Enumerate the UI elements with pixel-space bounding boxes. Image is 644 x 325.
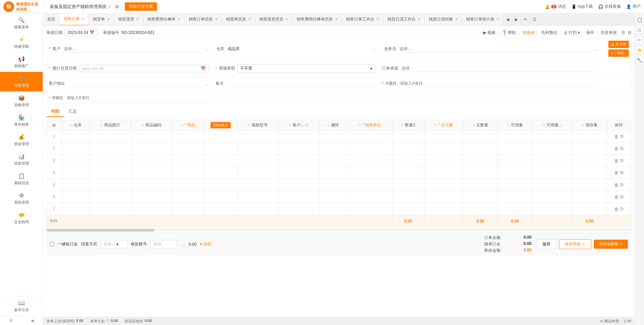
salesperson-input[interactable] (398, 45, 592, 52)
tab-sales-fee-close[interactable]: ✕ (178, 17, 180, 21)
row-copy-3[interactable]: ⧉ (620, 158, 623, 163)
notification-item[interactable]: 🔔 9 消息 (545, 4, 566, 9)
scrollbar-thumb[interactable] (47, 229, 154, 232)
add-button[interactable]: ● 添加 (200, 241, 212, 247)
remark-input[interactable] (226, 80, 376, 87)
scan-button[interactable]: 扫码录入 (211, 122, 231, 128)
a-project-input[interactable] (399, 80, 595, 87)
tab-order-workbench[interactable]: 销售订单工作台 ✕ (342, 13, 383, 26)
tab-return-history-close[interactable]: ✕ (286, 17, 288, 21)
account-dots[interactable]: … (181, 242, 185, 247)
system-dropdown-arrow[interactable]: ▾ (109, 5, 110, 8)
tab-sales-goods[interactable]: 销货单 ✕ (89, 13, 114, 26)
tab-menu-btn[interactable]: ☰ (530, 13, 539, 26)
operation-action[interactable]: 操作 (586, 30, 594, 36)
shortcut-action[interactable]: 快捷键 (523, 30, 535, 36)
right-icon-4[interactable]: ⭐ (636, 46, 643, 54)
tab-sales-history-close[interactable]: ✕ (215, 17, 218, 21)
right-icon-1[interactable]: 📋 (636, 16, 643, 24)
right-icon-2[interactable]: ⚖ (636, 26, 643, 34)
horizontal-scrollbar[interactable] (46, 229, 631, 231)
row-delete-5[interactable]: 🗑 (614, 182, 619, 188)
draft-button[interactable]: 保存草稿 ∨ (559, 239, 591, 249)
tab-next-btn[interactable]: ▶ (512, 13, 521, 26)
customer-dots[interactable]: … (205, 46, 210, 51)
tab-sales-history[interactable]: 销售订单历史 ✕ (185, 13, 222, 26)
sidebar-item-collab[interactable]: 🤝 企业协同 (0, 208, 43, 228)
tab-home[interactable]: 首页 (43, 13, 60, 26)
tab-order-workbench-close[interactable]: ✕ (376, 17, 379, 21)
tab-goods-history[interactable]: 销货单历史 ✕ (222, 13, 255, 26)
tab-order-stats[interactable]: 销售订单统计表 ✕ (462, 13, 503, 26)
sidebar-item-search[interactable]: 🔍 搜索菜单 (0, 13, 43, 33)
account-select[interactable]: 选择... (150, 240, 177, 248)
sidebar-item-sales[interactable]: 🛒 销售管理 (0, 72, 43, 91)
warehouse-dots[interactable]: … (373, 46, 377, 51)
invoice-select[interactable]: 不开票 ▾ (237, 64, 375, 73)
payment-method-select[interactable]: 选择... ▾ (101, 240, 127, 248)
solution-button[interactable]: 体验行业方案 (125, 2, 157, 11)
tab-daily-workbench-close[interactable]: ✕ (418, 17, 420, 21)
tab-fee-history-close[interactable]: ✕ (335, 17, 338, 21)
sidebar-item-purchase[interactable]: 📦 采购管理 (0, 91, 43, 111)
right-icon-3[interactable]: ✏ (636, 36, 643, 44)
right-icon-5[interactable]: 🔧 (636, 56, 643, 64)
sidebar-item-system[interactable]: ⚙ 系统管理 (0, 189, 43, 208)
tab-sales-goods-close[interactable]: ✕ (107, 17, 110, 21)
abandon-button[interactable]: 放弃 (537, 239, 556, 249)
settings-icon[interactable]: ⚙ (115, 4, 119, 9)
row-delete-3[interactable]: 🗑 (614, 158, 619, 163)
tab-summary[interactable]: 汇总 (64, 107, 81, 117)
sidebar-item-marketing[interactable]: 📢 营销推广 (0, 52, 43, 72)
order-source-input[interactable] (400, 65, 595, 72)
bottom-collapse-icon[interactable]: ◀ (31, 318, 34, 323)
row-delete-1[interactable]: 🗑 (614, 133, 619, 139)
row-delete-2[interactable]: 🗑 (614, 146, 619, 151)
tab-close-all-btn[interactable]: ✕ (521, 13, 530, 26)
delivery-input[interactable]: yyyy-mm-dd 📅 (79, 65, 209, 72)
tab-return-history[interactable]: 销货退货历史 ✕ (255, 13, 293, 26)
row-delete-6[interactable]: 🗑 (614, 194, 619, 200)
tab-order-stats-close[interactable]: ✕ (496, 17, 499, 21)
row-copy-4[interactable]: ⧉ (620, 170, 623, 175)
settings-button[interactable]: ⚙ ⚙ 设置 (608, 41, 629, 48)
tab-sales-return[interactable]: 销货退货 ✕ (114, 13, 143, 26)
b-project-input[interactable] (65, 94, 211, 101)
col-settings[interactable]: ⚙ (47, 120, 62, 130)
tab-detail[interactable]: 明细 (46, 107, 64, 117)
tab-sales-order-close[interactable]: ✕ (82, 17, 84, 21)
tab-prev-btn[interactable]: ◀ (503, 13, 512, 26)
save-new-button[interactable]: 保存&新增 ∧ (594, 240, 628, 249)
sidebar-item-basic[interactable]: 📋 基础信息 (0, 169, 43, 189)
app-download-item[interactable]: 📱 App下载 (571, 4, 593, 9)
sidebar-item-guide[interactable]: 📖 新手引导 (0, 296, 43, 316)
address-dots[interactable]: … (204, 81, 209, 86)
sidebar-item-finance[interactable]: 💰 资金管理 (0, 130, 43, 150)
sidebar-item-quick[interactable]: ⚡ 快捷导航 (0, 33, 43, 52)
tab-sales-fee[interactable]: 销售费用分摊单 ✕ (143, 13, 185, 26)
salesperson-dots[interactable]: … (594, 46, 598, 51)
profit-action[interactable]: 毛利预估 (541, 30, 557, 36)
print-action[interactable]: 🖨 打印 ▾ (564, 30, 580, 36)
col-scan[interactable]: 扫码录入 (204, 120, 237, 130)
tab-daily-reconcile-close[interactable]: ✕ (455, 17, 458, 21)
address-input[interactable] (67, 80, 202, 87)
tab-daily-reconcile[interactable]: 钱货日清对账 ✕ (425, 13, 462, 26)
row-delete-7[interactable]: 🗑 (614, 206, 619, 212)
tab-sales-return-close[interactable]: ✕ (136, 17, 139, 21)
sidebar-item-operations[interactable]: 📊 经营管理 (0, 150, 43, 169)
customer-input[interactable] (63, 45, 203, 52)
sidebar-item-inventory[interactable]: 🏪 库存核算 (0, 111, 43, 130)
row-copy-1[interactable]: ⧉ (620, 133, 623, 139)
tab-daily-workbench[interactable]: 钱货日清工作台 ✕ (383, 13, 425, 26)
row-copy-7[interactable]: ⧉ (620, 206, 623, 212)
tab-goods-history-close[interactable]: ✕ (248, 17, 251, 21)
goods-button[interactable]: + + 物流 (608, 49, 629, 57)
help-action[interactable]: ❓ 帮助 (502, 30, 516, 36)
list-view-icon[interactable]: ☰ (621, 30, 625, 35)
form-view-icon[interactable]: ⊟ (628, 30, 631, 35)
one-click-checkbox[interactable] (50, 242, 54, 246)
row-copy-2[interactable]: ⧉ (620, 146, 623, 151)
row-delete-4[interactable]: 🗑 (614, 170, 619, 175)
history-action[interactable]: 历史单据 (601, 30, 617, 36)
